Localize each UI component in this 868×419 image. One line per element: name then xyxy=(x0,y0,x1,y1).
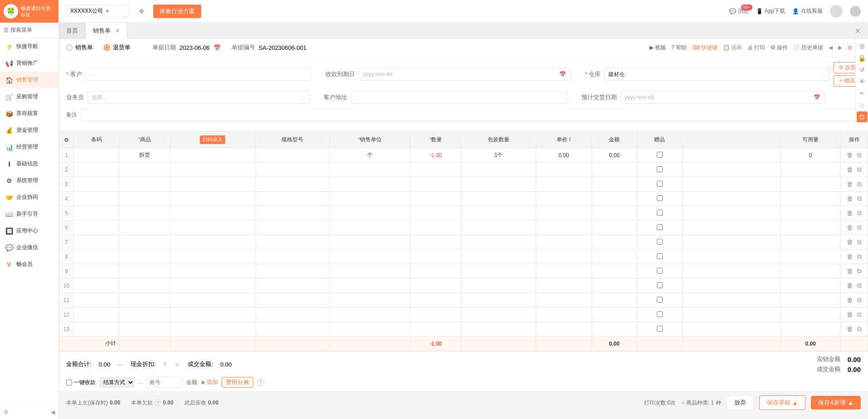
copy-icon[interactable]: ⧉ xyxy=(857,311,862,318)
cell-price[interactable] xyxy=(536,206,592,221)
cell-gift[interactable] xyxy=(637,148,682,163)
cell-pkg[interactable] xyxy=(461,192,536,206)
cell-spec2[interactable] xyxy=(255,148,330,163)
sidebar-item-marketing[interactable]: 📢 营销推广 xyxy=(0,55,58,72)
cell-spec2[interactable] xyxy=(255,308,330,322)
experience-button[interactable]: 体验行业方案 xyxy=(153,5,201,18)
cell-qty[interactable] xyxy=(410,264,461,279)
cell-amount[interactable] xyxy=(592,192,637,206)
cell-product[interactable] xyxy=(119,163,170,177)
copy-icon[interactable]: ⧉ xyxy=(857,253,862,260)
radio-return[interactable]: 退货单 xyxy=(104,43,131,52)
salesperson-input[interactable]: 选择... ... xyxy=(87,91,309,104)
cell-price[interactable] xyxy=(536,293,592,308)
gift-checkbox[interactable] xyxy=(657,210,663,216)
cell-gift[interactable] xyxy=(637,163,682,177)
next-icon[interactable]: ▶ xyxy=(838,44,842,51)
cell-pkg[interactable] xyxy=(461,279,536,293)
action-history[interactable]: 📄 历史单据 xyxy=(793,44,823,52)
cell-unit[interactable] xyxy=(330,264,410,279)
cell-unit[interactable] xyxy=(330,177,410,192)
cell-pkg[interactable] xyxy=(461,264,536,279)
cell-product[interactable] xyxy=(119,206,170,221)
sidebar-search[interactable]: ☰ 搜索菜单 xyxy=(0,23,58,38)
sidebar-item-appcenter[interactable]: 🔲 应用中心 xyxy=(0,222,58,239)
cell-unit[interactable] xyxy=(330,250,410,264)
sidebar-item-enterprise[interactable]: 🤝 企业协同 xyxy=(0,189,58,206)
cell-spec2[interactable] xyxy=(255,235,330,250)
cell-spec2[interactable] xyxy=(255,264,330,279)
cell-qty[interactable] xyxy=(410,250,461,264)
cell-amount[interactable] xyxy=(592,293,637,308)
cell-pkg[interactable] xyxy=(461,250,536,264)
rp-grid-icon[interactable]: ⊞ xyxy=(857,41,868,52)
cell-pkg[interactable] xyxy=(461,206,536,221)
cell-gift[interactable] xyxy=(637,264,682,279)
delete-icon[interactable]: 🗑 xyxy=(847,253,853,260)
sidebar-item-system[interactable]: ⚙ 系统管理 xyxy=(0,172,58,189)
cell-gift[interactable] xyxy=(637,177,682,192)
expense-help-icon[interactable]: ? xyxy=(257,379,264,386)
cell-amount[interactable] xyxy=(592,163,637,177)
cell-product[interactable] xyxy=(119,192,170,206)
cell-qty[interactable] xyxy=(410,235,461,250)
online-service-button[interactable]: 👤 在线客服 xyxy=(792,7,823,15)
tab-home[interactable]: 首页 xyxy=(59,23,86,39)
cell-qty[interactable] xyxy=(410,308,461,322)
cell-barcode[interactable] xyxy=(74,148,119,163)
settings-icon[interactable]: ⚙ xyxy=(4,409,9,415)
grid-view-icon[interactable]: ⊞ xyxy=(848,44,852,51)
copy-icon[interactable]: ⧉ xyxy=(857,209,862,217)
gift-checkbox[interactable] xyxy=(657,166,663,172)
gift-checkbox[interactable] xyxy=(657,224,663,230)
delete-icon[interactable]: 🗑 xyxy=(847,282,853,289)
gift-checkbox[interactable] xyxy=(657,326,663,332)
sidebar-item-operations[interactable]: 📊 经营管理 xyxy=(0,139,58,155)
cell-spec[interactable] xyxy=(170,177,255,192)
cell-pkg[interactable]: 1个 xyxy=(461,148,536,163)
tab-sales-order[interactable]: 销售单 ✕ xyxy=(86,23,127,39)
scan-button[interactable]: 扫码录入 xyxy=(200,135,225,144)
cell-barcode[interactable] xyxy=(74,279,119,293)
sidebar-item-wechat[interactable]: 💬 企业微信 xyxy=(0,239,58,256)
cell-product[interactable] xyxy=(119,308,170,322)
cell-product[interactable] xyxy=(119,250,170,264)
cell-unit[interactable] xyxy=(330,308,410,322)
cell-spec[interactable] xyxy=(170,192,255,206)
cell-spec[interactable] xyxy=(170,250,255,264)
rp-refresh-icon[interactable]: ↺ xyxy=(857,64,868,75)
cell-qty[interactable] xyxy=(410,322,461,337)
cell-spec2[interactable] xyxy=(255,192,330,206)
cell-amount[interactable]: 0.00 xyxy=(592,148,637,163)
delete-icon[interactable]: 🗑 xyxy=(847,238,853,246)
cell-pkg[interactable] xyxy=(461,163,536,177)
prev-icon[interactable]: ◀ xyxy=(829,44,833,51)
cell-unit[interactable]: 个 xyxy=(330,148,410,163)
cell-amount[interactable] xyxy=(592,308,637,322)
gift-checkbox[interactable] xyxy=(657,195,663,201)
avatar[interactable] xyxy=(830,5,843,18)
cell-spec[interactable] xyxy=(170,322,255,337)
copy-icon[interactable]: ⧉ xyxy=(857,296,862,303)
save-draft-button[interactable]: 保存草稿 ▲ xyxy=(759,395,806,410)
collapse-icon[interactable]: ◀ xyxy=(51,409,55,415)
cell-gift[interactable] xyxy=(637,279,682,293)
sidebar-item-member[interactable]: V 畅会员 xyxy=(0,256,58,273)
copy-icon[interactable]: ⧉ xyxy=(857,195,862,202)
cell-gift[interactable] xyxy=(637,235,682,250)
cell-gift[interactable] xyxy=(637,221,682,235)
gift-checkbox[interactable] xyxy=(657,311,663,317)
cell-spec2[interactable] xyxy=(255,177,330,192)
delete-icon[interactable]: 🗑 xyxy=(847,267,853,275)
rp-eye-icon[interactable]: 👁 xyxy=(857,76,868,87)
copy-icon[interactable]: ⧉ xyxy=(857,180,862,188)
gift-checkbox[interactable] xyxy=(657,253,663,259)
cell-price[interactable] xyxy=(536,177,592,192)
cell-pkg[interactable] xyxy=(461,293,536,308)
action-video[interactable]: ▶ 视频 xyxy=(650,44,666,52)
delete-icon[interactable]: 🗑 xyxy=(847,325,853,332)
cell-spec[interactable] xyxy=(170,279,255,293)
cell-qty[interactable] xyxy=(410,279,461,293)
cell-amount[interactable] xyxy=(592,322,637,337)
cell-barcode[interactable] xyxy=(74,163,119,177)
